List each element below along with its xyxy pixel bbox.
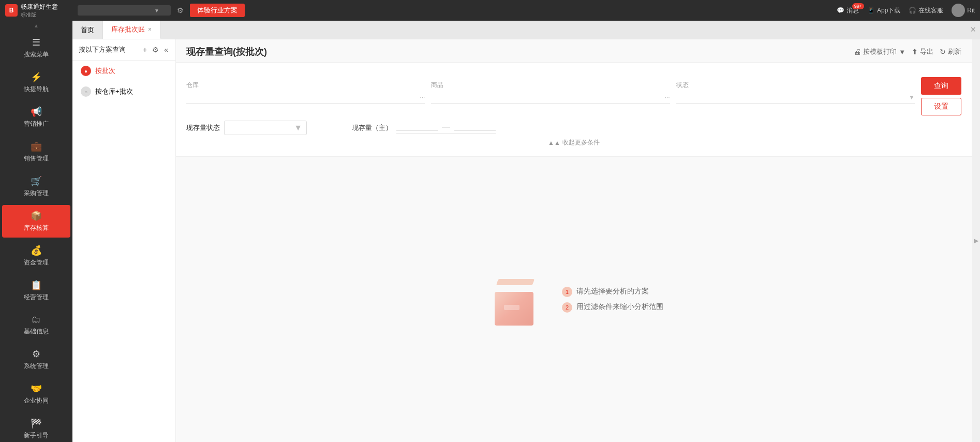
close-page-icon[interactable]: × (970, 24, 976, 35)
refresh-icon: ↻ (940, 48, 946, 56)
sidebar-item-finance[interactable]: 💰 资金管理 (2, 240, 70, 272)
warehouse-label: 仓库 (186, 81, 425, 90)
sidebar-label-guide: 新手引导 (24, 431, 49, 440)
print-icon: 🖨 (854, 48, 861, 56)
topbar-search-input[interactable] (82, 7, 154, 14)
scheme-by-warehouse-batch-label: 按仓库+批次 (95, 87, 133, 96)
main-layout: ▲ ☰ 搜索菜单 ⚡ 快捷导航 📢 营销推广 💼 销售管理 🛒 采购管理 📦 库… (0, 21, 980, 442)
sidebar-item-inventory[interactable]: 📦 库存核算 (2, 205, 70, 238)
status-input[interactable] (676, 94, 909, 101)
sidebar-item-sales[interactable]: 💼 销售管理 (2, 136, 70, 168)
hint-num-2: 2 (562, 302, 572, 313)
refresh-button[interactable]: ↻ 刷新 (940, 47, 961, 56)
tab-inventory-batch-label: 库存批次账 (111, 25, 145, 34)
basic-icon: 🗂 (32, 314, 41, 325)
print-template-button[interactable]: 🖨 按模板打印 ▼ (854, 47, 905, 56)
sidebar-item-enterprise[interactable]: 🤝 企业协同 (2, 378, 70, 410)
tab-inventory-batch[interactable]: 库存批次账 × (103, 21, 160, 39)
sidebar-item-basic[interactable]: 🗂 基础信息 (2, 309, 70, 341)
finance-icon: 💰 (31, 245, 42, 256)
messages-item[interactable]: 💬 消息 99+ (837, 6, 859, 15)
tab-close-icon[interactable]: × (148, 26, 152, 33)
quick-nav-icon: ⚡ (31, 71, 42, 83)
stock-status-dropdown-icon: ▼ (294, 123, 302, 132)
empty-illustration (484, 269, 546, 331)
stock-qty-label: 现存量（主） (352, 123, 392, 132)
scheme-item-by-warehouse-batch[interactable]: ○ 按仓库+批次 (72, 81, 175, 102)
sidebar-label-purchase: 采购管理 (24, 189, 49, 198)
service-icon: 🎧 (909, 7, 916, 14)
user-avatar-item[interactable]: Rit (952, 4, 975, 17)
purchase-icon: 🛒 (31, 175, 42, 187)
sidebar-item-guide[interactable]: 🏁 新手引导 (2, 412, 70, 442)
status-label: 状态 (676, 81, 915, 90)
right-arrow-icon: ▶ (974, 237, 978, 244)
tab-home-label: 首页 (81, 25, 94, 35)
marketing-icon: 📢 (31, 106, 42, 117)
right-arrow-panel[interactable]: ▶ (972, 39, 980, 442)
settings-filter-button[interactable]: 设置 (921, 98, 961, 115)
service-item[interactable]: 🎧 在线客服 (909, 6, 943, 15)
scheme-item-by-batch[interactable]: ● 按批次 (72, 61, 175, 81)
sidebar-item-quicknav[interactable]: ⚡ 快捷导航 (2, 66, 70, 99)
filter-row-2: 现存量状态 ▼ 现存量（主） — (186, 121, 961, 135)
empty-box-lid (496, 279, 534, 285)
filter-panel-header: 按以下方案查询 + ⚙ « (72, 39, 175, 61)
collapse-button[interactable]: ▲▲ 收起更多条件 (186, 135, 961, 150)
search-button[interactable]: 查询 (921, 77, 961, 95)
collapse-scheme-button[interactable]: « (163, 45, 169, 55)
sidebar-label-operation: 经营管理 (24, 293, 49, 302)
stock-status-select[interactable]: ▼ (224, 121, 307, 135)
status-dropdown-icon[interactable]: ▼ (909, 94, 915, 101)
experience-button[interactable]: 体验行业方案 (190, 4, 245, 17)
range-dash: — (442, 122, 450, 131)
topbar-center: ▼ ⚙ 体验行业方案 (78, 4, 837, 17)
empty-state-text: 1 请先选择要分析的方案 2 用过滤条件来缩小分析范围 (562, 287, 663, 313)
topbar-search-area[interactable]: ▼ (78, 5, 171, 16)
sidebar-item-marketing[interactable]: 📢 营销推广 (2, 101, 70, 134)
topbar-settings-button[interactable]: ⚙ (175, 4, 186, 17)
export-button[interactable]: ⬆ 导出 (912, 47, 933, 56)
scroll-up-icon[interactable]: ▲ (34, 23, 39, 28)
user-avatar (952, 4, 965, 17)
topbar-logo: B 畅康通好生意 标准版 (5, 3, 78, 19)
system-icon: ⚙ (32, 348, 40, 360)
sidebar-item-search[interactable]: ☰ 搜索菜单 (2, 32, 70, 64)
hint-2-text: 用过滤条件来缩小分析范围 (576, 302, 663, 312)
page-content: 按以下方案查询 + ⚙ « ● 按批次 ○ 按仓库+批次 (72, 39, 980, 442)
warehouse-more-icon[interactable]: ··· (420, 94, 425, 101)
app-label: App下载 (877, 6, 900, 15)
sidebar-label-inventory: 库存核算 (24, 224, 49, 232)
warehouse-input-wrap: ··· (186, 92, 425, 104)
sidebar-scroll-up: ▲ (0, 21, 72, 31)
sales-icon: 💼 (31, 141, 42, 152)
product-input-wrap: ··· (431, 92, 670, 104)
scheme-by-batch-label: 按批次 (95, 66, 115, 76)
sidebar-item-purchase[interactable]: 🛒 采购管理 (2, 170, 70, 203)
scheme-active-icon: ● (81, 66, 91, 76)
tab-home[interactable]: 首页 (72, 21, 103, 39)
stock-qty-max-input[interactable] (454, 123, 496, 131)
filter-panel-title: 按以下方案查询 (79, 45, 126, 54)
query-panel: 现存量查询(按批次) 🖨 按模板打印 ▼ ⬆ 导出 ↻ (176, 39, 972, 442)
stock-qty-min-input[interactable] (396, 123, 438, 131)
scheme-settings-button[interactable]: ⚙ (151, 45, 160, 55)
sidebar-label-system: 系统管理 (24, 362, 49, 371)
product-more-icon[interactable]: ··· (665, 94, 670, 101)
app-icon: 📱 (867, 7, 875, 14)
filter-scheme-panel: 按以下方案查询 + ⚙ « ● 按批次 ○ 按仓库+批次 (72, 39, 176, 442)
refresh-label: 刷新 (948, 47, 961, 56)
sidebar-label-basic: 基础信息 (24, 327, 49, 336)
app-download-item[interactable]: 📱 App下载 (867, 6, 900, 15)
status-input-wrap: ▼ (676, 92, 915, 104)
product-input[interactable] (431, 94, 664, 101)
sidebar-item-operation[interactable]: 📋 经营管理 (2, 274, 70, 307)
export-icon: ⬆ (912, 48, 918, 56)
sidebar-label-marketing: 营销推广 (24, 120, 49, 128)
product-label: 商品 (431, 81, 670, 90)
search-dropdown-icon[interactable]: ▼ (154, 8, 159, 13)
sidebar-item-system[interactable]: ⚙ 系统管理 (2, 343, 70, 376)
warehouse-input[interactable] (186, 94, 420, 101)
add-scheme-button[interactable]: + (142, 45, 148, 55)
sidebar-label-sales: 销售管理 (24, 154, 49, 163)
